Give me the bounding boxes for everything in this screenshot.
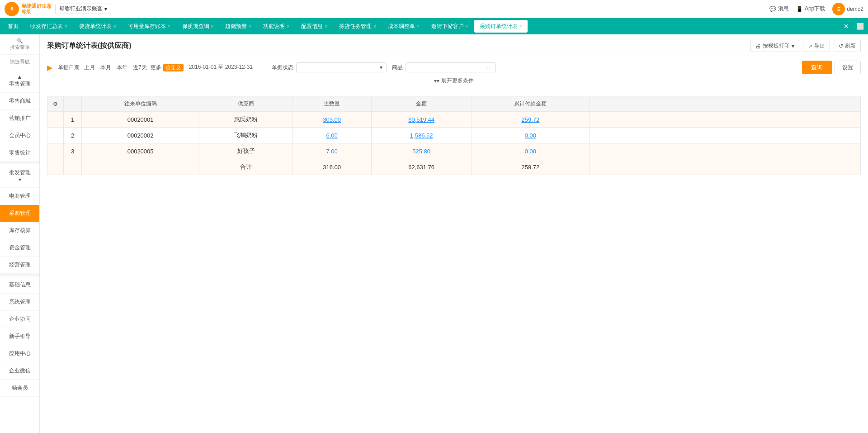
status-select[interactable]: ▾ xyxy=(296,62,387,72)
tab-keyong[interactable]: 可用量库存账本 × xyxy=(123,20,176,33)
nav-close-button[interactable]: ✕ xyxy=(842,22,851,31)
sidebar-item-huiyuan[interactable]: 会员中心 xyxy=(0,127,39,144)
row3-qty[interactable]: 7.00 xyxy=(292,143,371,159)
footer-seq xyxy=(64,159,82,175)
goods-input-more[interactable]: … xyxy=(486,64,492,71)
sidebar-item-dianshang[interactable]: 电商管理 xyxy=(0,188,39,205)
row2-seq: 2 xyxy=(64,128,82,143)
row1-qty[interactable]: 303.00 xyxy=(292,112,371,128)
goods-input[interactable] xyxy=(410,64,486,71)
expand-more-row: ▾▾ 展开更多条件 xyxy=(47,74,861,87)
tab-close-gongneng[interactable]: × xyxy=(287,24,289,29)
sidebar-item-zijin[interactable]: 资金管理 xyxy=(0,239,39,257)
tab-caigoudan[interactable]: 采购订单统计表 × xyxy=(474,20,528,33)
filter-date-options: 上月 本月 本年 近7天 更多 自定义 xyxy=(82,63,184,72)
date-custom-badge[interactable]: 自定义 xyxy=(163,64,184,71)
page-header-actions: 🖨 按模板打印 ▾ ↗ 导出 ↺ 刷新 xyxy=(750,40,861,52)
tab-close-yaoqing[interactable]: × xyxy=(466,24,468,29)
tab-chenben[interactable]: 成本调整单 × xyxy=(382,20,425,33)
table-row: 1 00020001 惠氏奶粉 303.00 60,519.44 259.72 xyxy=(47,112,861,128)
tab-close-chenben[interactable]: × xyxy=(417,24,420,29)
search-icon: 🔍 xyxy=(17,38,23,44)
sidebar-item-lingshangcheng[interactable]: 零售商城 xyxy=(0,93,39,110)
row3-paid[interactable]: 0.00 xyxy=(472,143,589,159)
template-print-button[interactable]: 🖨 按模板打印 ▾ xyxy=(750,40,799,52)
settings-button[interactable]: 设置 xyxy=(835,61,861,74)
tab-close-keyong[interactable]: × xyxy=(168,24,170,29)
row3-amount[interactable]: 525.80 xyxy=(371,143,472,159)
tab-close-paihuorenwu[interactable]: × xyxy=(373,24,376,29)
tab-shoufahuiyi[interactable]: 收发存汇总表 × xyxy=(25,20,73,33)
sidebar-item-lingshouguan[interactable]: ▲ 零售管理 xyxy=(0,69,39,93)
tab-paihuorenwu[interactable]: 拣货任务管理 × xyxy=(334,20,382,33)
message-button[interactable]: 💬 消息 xyxy=(769,5,789,13)
date-option-7days[interactable]: 近7天 xyxy=(131,63,149,72)
template-print-label: 按模板打印 xyxy=(763,42,790,50)
data-table: ⚙ 往来单位编码 供应商 主数量 金额 累计付款金额 xyxy=(47,96,861,175)
row2-qty[interactable]: 6.00 xyxy=(292,128,371,143)
search-button[interactable]: 查询 xyxy=(802,61,832,74)
tab-close-baozhi[interactable]: × xyxy=(211,24,214,29)
sidebar-item-qiye[interactable]: 企业协同 xyxy=(0,311,39,328)
tab-close-yaohuo[interactable]: × xyxy=(113,24,116,29)
workspace-selector[interactable]: 母婴行业演示账套 ▾ xyxy=(55,4,111,14)
filter-date-label: 单据日期 xyxy=(58,64,80,71)
row3-seq: 3 xyxy=(64,143,82,159)
tab-gongneng[interactable]: 功能说明 × xyxy=(258,20,295,33)
sidebar-item-xitong[interactable]: 系统管理 xyxy=(0,294,39,311)
sidebar-nav-shortcut[interactable]: 快捷导航 xyxy=(0,55,39,69)
tab-yaoqing[interactable]: 邀请下游客户 × xyxy=(426,20,474,33)
expand-more-button[interactable]: ▾▾ 展开更多条件 xyxy=(434,77,474,85)
tab-close-peizhi[interactable]: × xyxy=(325,24,327,29)
nav-right-actions: ✕ ⬜ xyxy=(842,22,866,31)
tab-home[interactable]: 首页 xyxy=(2,23,24,30)
refresh-button[interactable]: ↺ 刷新 xyxy=(834,40,861,52)
nav-maximize-button[interactable]: ⬜ xyxy=(854,22,866,31)
tab-baozhi[interactable]: 保质期查询 × xyxy=(177,20,219,33)
sidebar-item-yingxiao[interactable]: 营销推广 xyxy=(0,110,39,127)
export-button[interactable]: ↗ 导出 xyxy=(803,40,830,52)
sidebar-item-lingtongji[interactable]: 零售统计 xyxy=(0,144,39,162)
sidebar-item-kucun[interactable]: 库存核算 xyxy=(0,222,39,239)
tab-yaohuo[interactable]: 要货单统计表 × xyxy=(74,20,122,33)
filter-goods-label: 商品 xyxy=(392,64,403,71)
user-menu[interactable]: E demo2 xyxy=(832,3,863,15)
row1-amount[interactable]: 60,519.44 xyxy=(371,112,472,128)
table-footer-row: 合计 316.00 62,631.76 259.72 xyxy=(47,159,861,175)
content-area: 采购订单统计表(按供应商) 🖨 按模板打印 ▾ ↗ 导出 ↺ 刷新 xyxy=(40,34,868,433)
filter-expand-arrow[interactable]: ▶ xyxy=(47,63,52,72)
sidebar-item-yingyong[interactable]: 应用中心 xyxy=(0,345,39,362)
row2-paid[interactable]: 0.00 xyxy=(472,128,589,143)
sidebar-search[interactable]: 🔍 搜索菜单 xyxy=(0,34,39,55)
date-option-this-year[interactable]: 本年 xyxy=(115,63,129,72)
tab-peizhi[interactable]: 配置信息 × xyxy=(296,20,333,33)
tab-close-shoufahuiyi[interactable]: × xyxy=(65,24,67,29)
top-bar-right: 💬 消息 📱 App下载 E demo2 xyxy=(769,3,863,15)
app-download-button[interactable]: 📱 App下载 xyxy=(796,5,825,13)
sidebar-item-xinshou[interactable]: 新手引导 xyxy=(0,328,39,345)
date-option-last-month[interactable]: 上月 xyxy=(82,63,97,72)
sidebar-item-caigou[interactable]: 采购管理 xyxy=(0,205,39,222)
date-option-more[interactable]: 更多 xyxy=(151,64,161,71)
tab-chaochuyujing[interactable]: 超储预警 × xyxy=(220,20,257,33)
footer-amount: 62,631.76 xyxy=(371,159,472,175)
sidebar-item-qiyeweixin[interactable]: 企业微信 xyxy=(0,362,39,380)
table-container: ⚙ 往来单位编码 供应商 主数量 金额 累计付款金额 xyxy=(40,92,868,433)
tab-close-chaochuyujing[interactable]: × xyxy=(249,24,251,29)
sidebar-item-jingying[interactable]: 经营管理 xyxy=(0,257,39,274)
tab-close-caigoudan[interactable]: × xyxy=(519,24,522,29)
row1-settings xyxy=(47,112,64,128)
sidebar-item-pifaguan[interactable]: 批发管理 ▾ xyxy=(0,164,39,188)
row2-code: 00020002 xyxy=(82,128,199,143)
footer-extra xyxy=(590,159,861,175)
filter-buttons: 查询 设置 xyxy=(802,61,861,74)
col-settings-header[interactable]: ⚙ xyxy=(47,96,64,112)
col-supplier-header: 供应商 xyxy=(199,96,293,112)
sidebar-item-changhui[interactable]: 畅会员 xyxy=(0,380,39,397)
sidebar-item-jichu[interactable]: 基础信息 xyxy=(0,276,39,294)
date-option-this-month[interactable]: 本月 xyxy=(99,63,113,72)
message-label: 消息 xyxy=(778,5,789,13)
export-label: 导出 xyxy=(814,42,825,50)
row1-paid[interactable]: 259.72 xyxy=(472,112,589,128)
row2-amount[interactable]: 1,586.52 xyxy=(371,128,472,143)
